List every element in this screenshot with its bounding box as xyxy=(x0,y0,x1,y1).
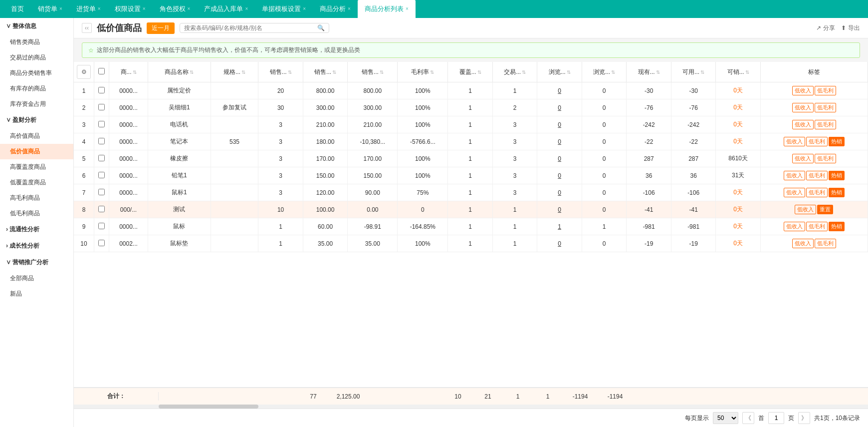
scrollbar-thumb[interactable] xyxy=(159,405,258,409)
nav-item-角色授权[interactable]: 角色授权× xyxy=(153,0,198,18)
row-checkbox[interactable] xyxy=(98,104,105,110)
close-icon[interactable]: × xyxy=(406,0,409,18)
transaction-column-header[interactable]: 交易...⇅ xyxy=(492,62,537,82)
collapse-button[interactable]: ‹‹ xyxy=(82,23,92,33)
sales-amount2: 300.00 xyxy=(348,99,398,116)
search-input[interactable] xyxy=(184,24,317,31)
sort-icon[interactable]: ⇅ xyxy=(241,69,245,75)
share-button[interactable]: ↗ 分享 xyxy=(816,24,835,32)
browse2-column-header[interactable]: 浏览...⇅ xyxy=(582,62,627,82)
code-column-header[interactable]: 商...⇅ xyxy=(109,62,148,82)
sidebar-item-有库存的商品[interactable]: 有库存的商品 xyxy=(0,81,73,96)
browse1-link[interactable]: 0 xyxy=(558,104,561,111)
browse1-link[interactable]: 0 xyxy=(558,189,561,196)
sidebar-item-低覆盖度商品[interactable]: 低覆盖度商品 xyxy=(0,175,73,190)
close-icon[interactable]: × xyxy=(98,0,101,18)
sort-icon[interactable]: ⇅ xyxy=(477,69,481,75)
sort-icon[interactable]: ⇅ xyxy=(522,69,526,75)
close-icon[interactable]: × xyxy=(143,0,146,18)
close-icon[interactable]: × xyxy=(188,0,191,18)
export-button[interactable]: ⬆ 导出 xyxy=(841,24,860,32)
close-icon[interactable]: × xyxy=(245,0,248,18)
browse1-link[interactable]: 0 xyxy=(558,172,561,179)
sort-icon[interactable]: ⇅ xyxy=(700,69,704,75)
sort-icon[interactable]: ⇅ xyxy=(430,69,434,75)
sort-icon[interactable]: ⇅ xyxy=(133,69,137,75)
per-page-select[interactable]: 50 20 100 xyxy=(713,412,738,424)
browse1-link[interactable]: 1 xyxy=(558,223,561,230)
sort-icon[interactable]: ⇅ xyxy=(288,69,292,75)
sidebar-item-新品[interactable]: 新品 xyxy=(0,286,73,302)
sidebar-group-营销推广分析[interactable]: ∨ 营销推广分析 xyxy=(0,254,73,271)
sidebar-group-成长性分析[interactable]: › 成长性分析 xyxy=(0,238,73,254)
nav-item-权限设置[interactable]: 权限设置× xyxy=(108,0,153,18)
nav-item-商品分析列表[interactable]: 商品分析列表× xyxy=(358,0,416,18)
saleable-days: 8610天 xyxy=(716,150,761,167)
salesamt-column-header[interactable]: 销售...⇅ xyxy=(303,62,348,82)
data-table-wrapper[interactable]: ⚙ 商...⇅ 商品名称⇅ 规格...⇅ xyxy=(74,62,868,387)
sidebar-item-低毛利商品[interactable]: 低毛利商品 xyxy=(0,206,73,221)
sidebar-item-销售类商品[interactable]: 销售类商品 xyxy=(0,34,73,50)
row-checkbox[interactable] xyxy=(98,223,105,229)
next-page-button[interactable]: 》 xyxy=(798,412,810,424)
filter-button[interactable]: 近一月 xyxy=(147,22,175,34)
browse1-link[interactable]: 0 xyxy=(558,121,561,128)
grossmargin-column-header[interactable]: 毛利率⇅ xyxy=(398,62,448,82)
salesamt2-column-header[interactable]: 销售...⇅ xyxy=(348,62,398,82)
sidebar-item-高覆盖度商品[interactable]: 高覆盖度商品 xyxy=(0,159,73,175)
current-column-header[interactable]: 现有...⇅ xyxy=(627,62,671,82)
sidebar-group-整体信息[interactable]: ∨ 整体信息 xyxy=(0,18,73,34)
nav-item-首页[interactable]: 首页 xyxy=(4,0,31,18)
sidebar-item-高毛利商品[interactable]: 高毛利商品 xyxy=(0,190,73,206)
sidebar-group-流通性分析[interactable]: › 流通性分析 xyxy=(0,221,73,238)
sort-icon[interactable]: ⇅ xyxy=(190,69,194,75)
nav-item-进货单[interactable]: 进货单× xyxy=(69,0,108,18)
nav-item-商品分析[interactable]: 商品分析× xyxy=(313,0,358,18)
available-column-header[interactable]: 可用...⇅ xyxy=(671,62,716,82)
saleable-column-header[interactable]: 可销...⇅ xyxy=(716,62,761,82)
browse1-link[interactable]: 0 xyxy=(558,87,561,94)
browse1-link[interactable]: 0 xyxy=(558,138,561,145)
spec-column-header[interactable]: 规格...⇅ xyxy=(211,62,258,82)
sort-icon[interactable]: ⇅ xyxy=(656,69,660,75)
sort-icon[interactable]: ⇅ xyxy=(332,69,336,75)
salesqty-column-header[interactable]: 销售...⇅ xyxy=(258,62,303,82)
sort-icon[interactable]: ⇅ xyxy=(611,69,615,75)
row-checkbox[interactable] xyxy=(98,87,105,93)
select-all-checkbox[interactable] xyxy=(98,68,105,74)
row-checkbox[interactable] xyxy=(98,172,105,178)
first-page-button[interactable]: 《 xyxy=(742,412,754,424)
nav-item-销货单[interactable]: 销货单× xyxy=(31,0,69,18)
gear-button[interactable]: ⚙ xyxy=(77,65,91,79)
coverage-column-header[interactable]: 覆盖...⇅ xyxy=(448,62,493,82)
page-number-input[interactable] xyxy=(768,412,784,424)
browse1-column-header[interactable]: 浏览...⇅ xyxy=(537,62,582,82)
row-checkbox[interactable] xyxy=(98,189,105,195)
browse1-link[interactable]: 0 xyxy=(558,206,561,213)
browse1-link[interactable]: 0 xyxy=(558,155,561,162)
sort-icon[interactable]: ⇅ xyxy=(380,69,384,75)
nav-item-单据模板设置[interactable]: 单据模板设置× xyxy=(255,0,313,18)
row-checkbox[interactable] xyxy=(98,155,105,161)
sidebar-group-盈财分析[interactable]: ∨ 盈财分析 xyxy=(0,112,73,128)
sidebar-item-库存资金占用[interactable]: 库存资金占用 xyxy=(0,96,73,112)
row-checkbox[interactable] xyxy=(98,121,105,127)
sort-icon[interactable]: ⇅ xyxy=(567,69,571,75)
row-checkbox[interactable] xyxy=(98,138,105,144)
horizontal-scrollbar[interactable] xyxy=(74,405,868,409)
close-icon[interactable]: × xyxy=(303,0,306,18)
close-icon[interactable]: × xyxy=(348,0,351,18)
sidebar-item-全部商品[interactable]: 全部商品 xyxy=(0,271,73,286)
nav-item-产成品入库单[interactable]: 产成品入库单× xyxy=(197,0,255,18)
search-icon[interactable]: 🔍 xyxy=(317,24,325,31)
sidebar-item-交易过的商品[interactable]: 交易过的商品 xyxy=(0,50,73,65)
sidebar-item-高价值商品[interactable]: 高价值商品 xyxy=(0,128,73,144)
row-checkbox[interactable] xyxy=(98,240,105,246)
close-icon[interactable]: × xyxy=(59,0,62,18)
sidebar-item-低价值商品[interactable]: 低价值商品 xyxy=(0,144,73,159)
name-column-header[interactable]: 商品名称⇅ xyxy=(148,62,211,82)
sort-icon[interactable]: ⇅ xyxy=(745,69,749,75)
row-checkbox[interactable] xyxy=(98,206,105,212)
sidebar-item-商品分类销售率[interactable]: 商品分类销售率 xyxy=(0,65,73,81)
browse1-link[interactable]: 0 xyxy=(558,240,561,247)
